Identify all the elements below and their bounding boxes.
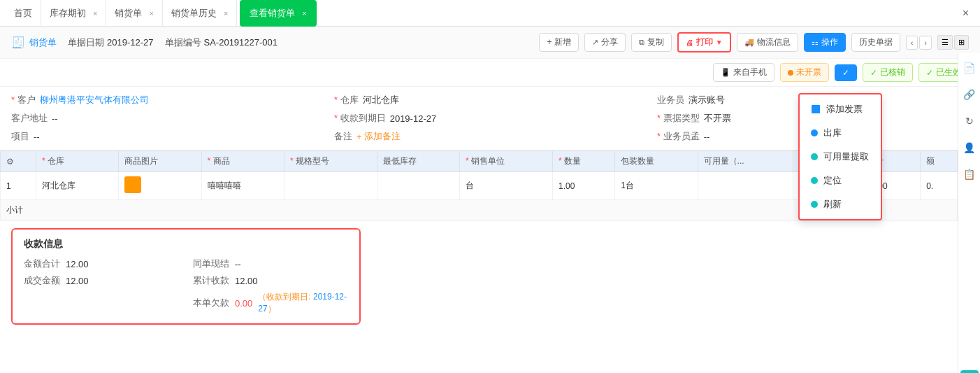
form-meta: 单据日期 2019-12-27 单据编号 SA-20191227-001: [68, 36, 278, 49]
tab-home-label: 首页: [14, 7, 32, 20]
row-available: [698, 172, 793, 200]
next-button[interactable]: ›: [919, 36, 932, 50]
add-note-button[interactable]: + 添加备注: [356, 130, 401, 143]
row-pack-qty: 1台: [615, 172, 698, 200]
customer-addr-label: 客户地址: [11, 112, 48, 125]
available-qty-menu-item[interactable]: 可用量提取: [800, 145, 881, 169]
warehouse-value: 河北仓库: [363, 94, 399, 106]
nav-arrows: ‹ ›: [906, 36, 932, 50]
outbound-icon: [811, 129, 818, 136]
row-sales-unit: 台: [460, 172, 553, 200]
sidebar-list-icon[interactable]: 📋: [960, 165, 979, 183]
tab-view-sales-close[interactable]: ×: [302, 9, 306, 17]
from-phone-button[interactable]: 📱 来自手机: [713, 63, 774, 82]
tab-sales-history-label: 销货单历史: [171, 7, 217, 20]
row-product-img: [119, 172, 201, 200]
tab-sales-label: 销货单: [115, 7, 142, 20]
customer-addr-field: 客户地址 --: [11, 112, 323, 125]
summary-grid: 金额合计 12.00 同单现结 -- 成交金额 12.00 累计收款 12.00…: [24, 258, 348, 315]
customer-addr-value: --: [52, 113, 58, 124]
window-close-button[interactable]: ×: [957, 4, 974, 22]
operations-button[interactable]: ⚏ 操作: [804, 33, 846, 52]
customer-field: 客户 柳州粤港平安气体有限公司: [11, 94, 323, 106]
add-invoice-icon: [811, 104, 821, 114]
project-field: 项目 --: [11, 130, 323, 143]
list-layout-button[interactable]: ☰: [937, 35, 953, 50]
summary-total-amount: 金额合计 12.00: [24, 258, 179, 270]
customer-label: 客户: [11, 94, 36, 106]
tab-sales-history-close[interactable]: ×: [224, 9, 228, 17]
outbound-menu-item[interactable]: 出库: [800, 121, 881, 145]
tab-sales[interactable]: 销货单 ×: [106, 0, 162, 27]
col-amount: 额: [921, 151, 958, 172]
locate-icon: [811, 177, 818, 184]
gear-icon[interactable]: ⚙: [6, 157, 14, 167]
check-button[interactable]: ✓: [835, 64, 857, 81]
salesperson-value: --: [704, 132, 710, 142]
available-qty-icon: [811, 153, 818, 160]
row-spec: [284, 172, 377, 200]
history-button[interactable]: 历史单据: [851, 33, 900, 52]
sidebar-expand-icon[interactable]: ⛶: [960, 370, 979, 373]
tab-sales-close[interactable]: ×: [149, 9, 153, 17]
note-field: 备注 + 添加备注: [334, 130, 646, 143]
sidebar-refresh-icon[interactable]: ↻: [960, 112, 979, 130]
staff-value: 演示账号: [689, 94, 725, 106]
col-product: * 商品: [201, 151, 284, 172]
tab-inventory[interactable]: 库存期初 ×: [41, 0, 106, 27]
form-title-text: 销货单: [29, 36, 57, 49]
sub-action-bar: 📱 来自手机 未开票 ✓ ✓ 已核销 ✓ 已生效: [0, 59, 980, 87]
form-header: 🧾 销货单 单据日期 2019-12-27 单据编号 SA-20191227-0…: [0, 27, 980, 59]
tab-home[interactable]: 首页: [6, 0, 41, 27]
row-min-stock: [377, 172, 459, 200]
sold-badge: ✓ 已核销: [863, 63, 913, 82]
row-warehouse: 河北仓库: [36, 172, 118, 200]
staff-label: 业务员: [657, 94, 684, 106]
col-pack-qty: 包装数量: [615, 151, 698, 172]
add-invoice-menu-item[interactable]: 添加发票: [800, 97, 881, 121]
tab-sales-history[interactable]: 销货单历史 ×: [163, 0, 237, 27]
summary-title: 收款信息: [24, 238, 348, 251]
col-product-img: 商品图片: [119, 151, 201, 172]
col-available: 可用量（...: [698, 151, 793, 172]
share-button[interactable]: ↗ 分享: [584, 33, 626, 52]
payment-date-field: 收款到期日 2019-12-27: [334, 112, 646, 125]
summary-deal-amount: 成交金额 12.00: [24, 274, 179, 287]
col-gear[interactable]: ⚙: [1, 151, 36, 172]
bill-type-value: 不开票: [704, 112, 731, 125]
print-button[interactable]: 🖨 打印 ▼: [677, 32, 731, 52]
payment-date-value: 2019-12-27: [390, 113, 437, 124]
summary-order-debt: 本单欠款 0.00 （收款到期日: 2019-12-27）: [193, 291, 348, 315]
debt-suffix: （收款到期日: 2019-12-27）: [258, 291, 348, 315]
tab-inventory-close[interactable]: ×: [93, 9, 97, 17]
salesperson-label: 业务员孟: [657, 130, 700, 143]
col-sales-unit: * 销售单位: [460, 151, 553, 172]
col-min-stock: 最低库存: [377, 151, 459, 172]
project-value: --: [34, 132, 40, 142]
tab-view-sales-label: 查看销货单: [250, 7, 295, 20]
bill-type-label: 票据类型: [657, 112, 700, 125]
date-label: 单据日期 2019-12-27: [68, 36, 154, 49]
locate-menu-item[interactable]: 定位: [800, 169, 881, 192]
sidebar-user-icon[interactable]: 👤: [960, 139, 979, 157]
form-actions: + 新增 ↗ 分享 ⧉ 复制 🖨 打印 ▼ 🚚 物流信息: [539, 32, 969, 52]
customer-value[interactable]: 柳州粤港平安气体有限公司: [40, 94, 149, 106]
tab-view-sales[interactable]: 查看销货单 ×: [240, 0, 316, 27]
sidebar-doc-icon[interactable]: 📄: [960, 59, 979, 77]
sidebar-link-icon[interactable]: 🔗: [960, 85, 979, 104]
project-label: 项目: [11, 130, 29, 143]
grid-layout-button[interactable]: ⊞: [954, 35, 969, 50]
layout-icons: ☰ ⊞: [937, 35, 969, 50]
content-area: 🧾 销货单 单据日期 2019-12-27 单据编号 SA-20191227-0…: [0, 27, 980, 373]
form-title: 🧾 销货单: [11, 36, 57, 49]
doc-no-label: 单据编号 SA-20191227-001: [165, 36, 278, 49]
refresh-menu-item[interactable]: 刷新: [800, 192, 881, 216]
logistics-button[interactable]: 🚚 物流信息: [737, 33, 798, 52]
not-opened-button[interactable]: 未开票: [780, 63, 829, 82]
copy-button[interactable]: ⧉ 复制: [631, 33, 672, 52]
row-product: 嘻嘻嘻嘻: [201, 172, 284, 200]
prev-button[interactable]: ‹: [906, 36, 918, 50]
warehouse-field: 仓库 河北仓库: [334, 94, 646, 106]
right-sidebar: 📄 🔗 ↻ 👤 📋 ⛶: [958, 53, 980, 373]
new-button[interactable]: + 新增: [539, 33, 578, 52]
